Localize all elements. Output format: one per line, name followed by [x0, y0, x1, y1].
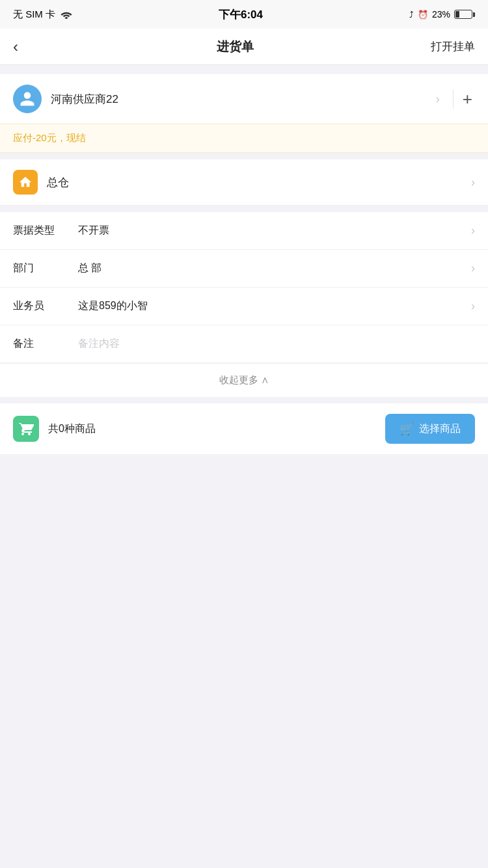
supplier-chevron-icon: › [436, 92, 440, 106]
remark-row[interactable]: 备注 备注内容 [0, 325, 488, 363]
product-icon-bg [13, 416, 39, 442]
product-count: 共0种商品 [48, 422, 385, 436]
remark-input[interactable]: 备注内容 [78, 337, 475, 351]
select-product-button[interactable]: 🛒 选择商品 [385, 414, 475, 444]
warehouse-name: 总仓 [47, 175, 471, 190]
supplier-divider [453, 89, 454, 109]
invoice-label: 票据类型 [13, 224, 78, 237]
warehouse-row[interactable]: 总仓 › [0, 159, 488, 206]
nav-bar: ‹ 进货单 打开挂单 [0, 29, 488, 65]
section-divider-4 [0, 397, 488, 403]
location-icon: ⤴ [409, 10, 414, 20]
section-divider-1 [0, 65, 488, 74]
warehouse-chevron-icon: › [471, 176, 475, 189]
remark-label: 备注 [13, 337, 78, 351]
supplier-card: 河南供应商22 › + 应付-20元，现结 [0, 74, 488, 153]
invoice-row[interactable]: 票据类型 不开票 › [0, 212, 488, 250]
supplier-name: 河南供应商22 [51, 92, 436, 107]
section-divider-3 [0, 206, 488, 212]
dept-chevron-icon: › [471, 262, 475, 275]
invoice-value: 不开票 [78, 224, 471, 237]
alarm-icon: ⏰ [418, 10, 428, 20]
dept-value: 总 部 [78, 262, 471, 275]
supplier-avatar [13, 85, 42, 113]
staff-value: 这是859的小智 [78, 299, 471, 313]
battery-icon [454, 10, 475, 19]
select-product-icon: 🛒 [400, 422, 414, 436]
empty-area [0, 454, 488, 649]
status-carrier: 无 SIM 卡 [13, 8, 72, 21]
person-icon [19, 90, 36, 107]
staff-chevron-icon: › [471, 299, 475, 313]
back-button[interactable]: ‹ [13, 38, 39, 56]
supplier-row[interactable]: 河南供应商22 › + [0, 74, 488, 124]
cart-icon [18, 421, 34, 437]
warehouse-icon-bg [13, 170, 38, 195]
dept-label: 部门 [13, 262, 78, 275]
warehouse-icon [18, 175, 33, 189]
product-bar: 共0种商品 🛒 选择商品 [0, 403, 488, 454]
staff-label: 业务员 [13, 299, 78, 313]
status-time: 下午6:04 [219, 7, 263, 22]
select-product-label: 选择商品 [419, 422, 461, 436]
battery-percent: 23% [432, 9, 450, 20]
form-section: 票据类型 不开票 › 部门 总 部 › 业务员 这是859的小智 › 备注 备注… [0, 212, 488, 397]
collapse-label: 收起更多 ∧ [219, 374, 269, 387]
section-divider-2 [0, 153, 488, 159]
page-title: 进货单 [217, 38, 254, 55]
collapse-button[interactable]: 收起更多 ∧ [219, 374, 269, 387]
open-pending-button[interactable]: 打开挂单 [431, 39, 475, 54]
notice-bar: 应付-20元，现结 [0, 124, 488, 153]
wifi-icon [61, 10, 72, 19]
status-bar: 无 SIM 卡 下午6:04 ⤴ ⏰ 23% [0, 0, 488, 29]
add-supplier-button[interactable]: + [460, 89, 475, 109]
dept-row[interactable]: 部门 总 部 › [0, 250, 488, 288]
collapse-row[interactable]: 收起更多 ∧ [0, 363, 488, 397]
staff-row[interactable]: 业务员 这是859的小智 › [0, 288, 488, 325]
status-right: ⤴ ⏰ 23% [409, 9, 475, 20]
invoice-chevron-icon: › [471, 224, 475, 237]
